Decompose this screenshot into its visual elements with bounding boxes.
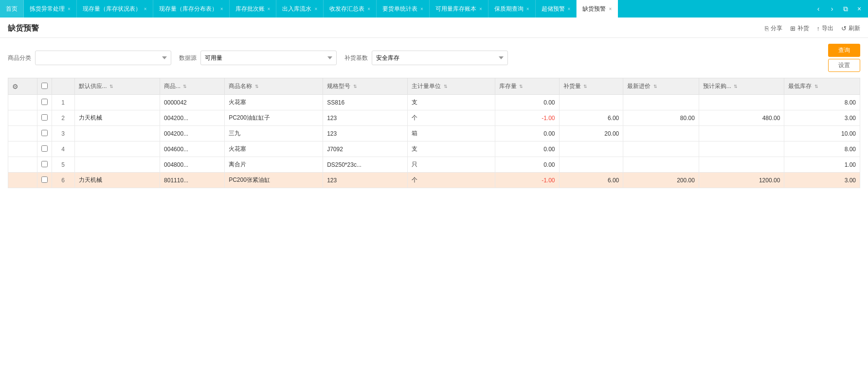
- close-icon[interactable]: ×: [144, 6, 147, 12]
- sort-icon: ⇅: [653, 84, 657, 89]
- nav-tab-2[interactable]: 现存量（库存状况表） ×: [77, 0, 153, 18]
- settings-button[interactable]: 设置: [828, 59, 860, 72]
- th-name[interactable]: 商品名称 ⇅: [225, 78, 323, 95]
- datasource-select[interactable]: 可用量: [200, 51, 337, 65]
- row-number: 2: [52, 110, 74, 126]
- header-actions: ⎘ 分享 ⊞ 补货 ↑ 导出 ↺ 刷新: [765, 24, 861, 33]
- row-checkbox[interactable]: [41, 130, 48, 136]
- close-icon[interactable]: ×: [609, 6, 612, 12]
- page-header: 缺货预警 ⎘ 分享 ⊞ 补货 ↑ 导出 ↺ 刷新: [0, 18, 868, 38]
- th-code[interactable]: 商品... ⇅: [160, 78, 225, 95]
- row-checkbox[interactable]: [41, 176, 48, 183]
- nav-restore-button[interactable]: ⧉: [839, 2, 852, 16]
- th-gear[interactable]: ⚙: [8, 78, 37, 95]
- category-select[interactable]: [35, 51, 171, 65]
- row-supplier: [74, 141, 160, 157]
- nav-tab-label: 缺货预警: [582, 5, 606, 13]
- export-button[interactable]: ↑ 导出: [817, 24, 834, 33]
- row-number: 5: [52, 157, 74, 173]
- row-name: 离合片: [225, 157, 323, 173]
- row-checkbox[interactable]: [41, 114, 48, 121]
- close-icon[interactable]: ×: [479, 6, 482, 12]
- row-gear-cell: [8, 110, 37, 126]
- th-unit[interactable]: 主计量单位 ⇅: [408, 78, 495, 95]
- row-latest-price: 200.00: [623, 173, 699, 188]
- nav-tab-5[interactable]: 出入库流水 ×: [276, 0, 324, 18]
- nav-tab-3[interactable]: 现存量（库存分布表） ×: [153, 0, 230, 18]
- close-icon[interactable]: ×: [367, 6, 370, 12]
- row-checkbox[interactable]: [41, 161, 48, 167]
- sort-icon: ⇅: [583, 84, 587, 89]
- th-min-stock[interactable]: 最低库存 ⇅: [784, 78, 860, 95]
- th-est-purchase[interactable]: 预计采购... ⇅: [699, 78, 784, 95]
- table-row: 4 004600... 火花塞 J7092 支 0.00 8.00: [8, 141, 860, 157]
- nav-tab-11[interactable]: 缺货预警 ×: [577, 0, 618, 18]
- nav-close-all-button[interactable]: ×: [852, 2, 866, 16]
- select-all-checkbox[interactable]: [41, 83, 48, 89]
- row-replenish: [559, 157, 623, 173]
- nav-tab-1[interactable]: 拣货异常处理 ×: [24, 0, 77, 18]
- row-checkbox-cell: [37, 110, 52, 126]
- row-unit: 支: [408, 95, 495, 110]
- row-checkbox[interactable]: [41, 145, 48, 152]
- query-button[interactable]: 查询: [828, 44, 860, 57]
- close-icon[interactable]: ×: [68, 6, 71, 12]
- row-spec: DS250*23c...: [323, 157, 408, 173]
- th-stock[interactable]: 库存量 ⇅: [495, 78, 559, 95]
- export-label: 导出: [822, 24, 833, 33]
- row-latest-price: [623, 141, 699, 157]
- row-gear-cell: [8, 173, 37, 188]
- share-button[interactable]: ⎘ 分享: [765, 24, 782, 33]
- export-icon: ↑: [817, 25, 820, 32]
- table-container: ⚙ 默认供应... ⇅ 商品... ⇅ 商品名称: [0, 78, 868, 188]
- nav-tab-10[interactable]: 超储预警 ×: [536, 0, 577, 18]
- row-checkbox[interactable]: [41, 99, 48, 105]
- close-icon[interactable]: ×: [268, 6, 271, 12]
- row-stock: 0.00: [495, 157, 559, 173]
- row-code: 004200...: [160, 110, 225, 126]
- row-min-stock: 8.00: [784, 95, 860, 110]
- refresh-button[interactable]: ↺ 刷新: [841, 24, 860, 33]
- sort-icon: ⇅: [444, 84, 448, 89]
- nav-tab-8[interactable]: 可用量库存账本 ×: [430, 0, 488, 18]
- close-icon[interactable]: ×: [568, 6, 571, 12]
- replenish-button[interactable]: ⊞ 补货: [790, 24, 809, 33]
- row-number: 6: [52, 173, 74, 188]
- row-unit: 个: [408, 110, 495, 126]
- row-code: 004600...: [160, 141, 225, 157]
- th-spec[interactable]: 规格型号 ⇅: [323, 78, 408, 95]
- row-latest-price: 80.00: [623, 110, 699, 126]
- row-est-purchase: 1200.00: [699, 173, 784, 188]
- nav-tab-6[interactable]: 收发存汇总表 ×: [324, 0, 377, 18]
- th-latest-price[interactable]: 最新进价 ⇅: [623, 78, 699, 95]
- replenish-basis-filter-group: 补货基数 安全库存: [344, 51, 508, 65]
- th-latest-price-label: 最新进价: [627, 83, 651, 89]
- row-replenish: [559, 95, 623, 110]
- refresh-icon: ↺: [841, 25, 847, 32]
- row-stock: 0.00: [495, 95, 559, 110]
- gear-icon[interactable]: ⚙: [12, 83, 18, 90]
- nav-next-button[interactable]: ›: [825, 2, 839, 16]
- th-replenish[interactable]: 补货量 ⇅: [559, 78, 623, 95]
- th-supplier[interactable]: 默认供应... ⇅: [74, 78, 160, 95]
- nav-prev-button[interactable]: ‹: [812, 2, 825, 16]
- row-supplier: 力天机械: [74, 110, 160, 126]
- category-filter-group: 商品分类: [8, 51, 171, 65]
- replenish-basis-select[interactable]: 安全库存: [372, 51, 508, 65]
- th-supplier-label: 默认供应...: [79, 83, 107, 89]
- row-number: 4: [52, 141, 74, 157]
- nav-tab-home[interactable]: 首页: [0, 0, 24, 18]
- close-icon[interactable]: ×: [220, 6, 223, 12]
- close-icon[interactable]: ×: [314, 6, 317, 12]
- th-unit-label: 主计量单位: [412, 83, 441, 89]
- nav-tab-4[interactable]: 库存批次账 ×: [230, 0, 277, 18]
- main-table: ⚙ 默认供应... ⇅ 商品... ⇅ 商品名称: [8, 78, 860, 188]
- row-replenish: [559, 141, 623, 157]
- nav-tab-9[interactable]: 保质期查询 ×: [488, 0, 536, 18]
- row-gear-cell: [8, 141, 37, 157]
- row-min-stock: 8.00: [784, 141, 860, 157]
- nav-tab-7[interactable]: 要货单统计表 ×: [377, 0, 430, 18]
- close-icon[interactable]: ×: [420, 6, 423, 12]
- row-code: 004200...: [160, 126, 225, 141]
- close-icon[interactable]: ×: [526, 6, 529, 12]
